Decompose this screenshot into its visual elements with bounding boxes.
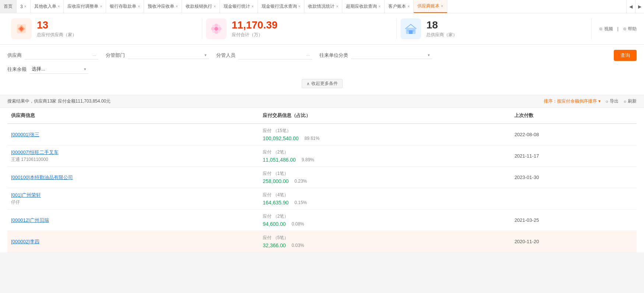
nav-tab-bank[interactable]: 银行存取款单 × [106, 0, 144, 13]
amount-value[interactable]: 11,051,486.00 [263, 157, 296, 163]
last-pay-cell: 2022-08-08 [511, 124, 637, 145]
nav-tab-overdue-close[interactable]: × [378, 4, 381, 8]
stat-total-suppliers: 18 总供应商（家） [397, 18, 592, 39]
collapse-button[interactable]: ∧ 收起更多条件 [302, 79, 343, 88]
amount-value[interactable]: 164,635.90 [263, 200, 288, 206]
tx-label: 应付 （4笔） [263, 192, 507, 198]
nav-tab-verify-close[interactable]: × [214, 4, 216, 8]
sort-chevron-icon: ▾ [598, 99, 601, 104]
table-header: 供应商信息 应付交易信息（占比） 上次付数 [7, 108, 637, 124]
collapse-icon: ∧ [307, 81, 310, 86]
nav-tab-flow-close[interactable]: × [298, 4, 301, 8]
nav-tab-overdue[interactable]: 超期应收款查询 × [342, 0, 385, 13]
refresh-icon: ○ [624, 99, 626, 104]
category-label: 往来单位分类 [319, 52, 348, 59]
nav-tab-receipt-stat-close[interactable]: × [336, 4, 338, 8]
svg-point-12 [214, 27, 218, 31]
tx-label: 应付 （5笔） [263, 235, 507, 241]
result-info-text: 搜索结果中，供应商13家 应付金额111,703,854.00元 [7, 98, 111, 104]
stat-payable-total-text: 11,170.39 应付合计（万） [232, 20, 278, 38]
stat-total-suppliers-number: 18 [426, 20, 457, 31]
person-label: 分管人员 [216, 52, 235, 59]
stat-payable-total-number: 11,170.39 [232, 20, 278, 31]
nav-tab-bank-label: 银行存取款单 [110, 3, 136, 10]
supplier-link[interactable]: [000100]本特勤油品有限公司 [11, 175, 73, 180]
nav-tab-cashbank[interactable]: 现金银行统计 × [220, 0, 258, 13]
header-separator: | [617, 26, 619, 31]
amount-value[interactable]: 100,092,540.00 [263, 135, 298, 141]
nav-tab-flow[interactable]: 现金银行流水查询 × [258, 0, 305, 13]
svg-rect-15 [407, 30, 409, 32]
supplier-link[interactable]: [000007]恒旺二手叉车 [11, 149, 59, 155]
percent-value: 0.08% [291, 221, 304, 227]
header-video-link[interactable]: ⊙ 视频 [599, 26, 613, 32]
stat-payable-suppliers: 13 总应付供应商（家） [7, 18, 202, 39]
nav-tab-flow-label: 现金银行流水查询 [262, 3, 297, 10]
table-row: [000012]广州贝瑞应付 （2笔）94,600.000.08%2021-03… [7, 210, 637, 231]
supplier-field: 供应商 ··· [7, 52, 98, 59]
nav-tab-3[interactable]: 3 × [17, 0, 31, 13]
nav-tab-supplier-ledger-close[interactable]: × [441, 4, 443, 8]
nav-tab-home[interactable]: 首页 [0, 0, 17, 13]
refresh-button[interactable]: ○ 刷新 [624, 98, 637, 104]
table-row: [000100]本特勤油品有限公司应付 （1笔）258,000.000.23%2… [7, 167, 637, 188]
nav-tab-cashbank-close[interactable]: × [252, 4, 254, 8]
tx-label: 应付 （2笔） [263, 149, 507, 155]
person-field: 分管人员 ··· [216, 52, 312, 59]
percent-value: 0.23% [294, 179, 307, 184]
nav-tab-customer-ledger-close[interactable]: × [407, 4, 410, 8]
amount-value[interactable]: 32,366.00 [263, 242, 286, 248]
supplier-link[interactable]: [001]广州荣轩 [11, 192, 41, 198]
nav-tab-other-income-label: 其他收入单 [34, 3, 56, 10]
export-button[interactable]: ○ 导出 [606, 98, 619, 104]
supplier-select[interactable]: ··· [25, 52, 98, 59]
nav-tab-other-income-close[interactable]: × [58, 4, 60, 8]
stats-bar: 13 总应付供应商（家） 11,170.39 应付合计（万） [0, 13, 644, 45]
category-select[interactable]: ▾ [351, 52, 432, 59]
balance-select[interactable]: 选择... ▾ [29, 65, 88, 74]
export-icon: ○ [606, 99, 608, 104]
supplier-link[interactable]: [000001]张三 [11, 132, 39, 137]
nav-tab-other-income[interactable]: 其他收入单 × [31, 0, 64, 13]
supplier-sub: 王通 17106110000 [11, 156, 255, 163]
nav-tab-verify-label: 收款核销执行 [186, 3, 212, 10]
nav-tab-adjust-close[interactable]: × [100, 4, 102, 8]
query-button[interactable]: 查询 [614, 50, 637, 61]
collapse-label: 收起更多条件 [311, 80, 338, 87]
data-table: 供应商信息 应付交易信息（占比） 上次付数 [000001]张三应付 （15笔）… [7, 108, 637, 252]
dept-select[interactable]: ▾ [128, 52, 209, 59]
result-sort[interactable]: 排序：按应付余额倒序排序 ▾ [544, 98, 600, 104]
nav-next-button[interactable]: ▶ [635, 0, 644, 13]
table-row: [000007]恒旺二手叉车王通 17106110000应付 （2笔）11,05… [7, 145, 637, 167]
nav-tab-advance-close[interactable]: × [176, 4, 178, 8]
supplier-info-cell: [001]广州荣轩仔仔 [7, 188, 259, 210]
supplier-dots-icon: ··· [92, 53, 96, 58]
tx-info-cell: 应付 （1笔）258,000.000.23% [259, 167, 511, 188]
tx-info-cell: 应付 （5笔）32,366.000.03% [259, 231, 511, 252]
balance-chevron-icon: ▾ [84, 67, 86, 72]
nav-tab-verify[interactable]: 收款核销执行 × [182, 0, 220, 13]
person-dots-icon: ··· [306, 53, 310, 58]
supplier-link[interactable]: [000012]广州贝瑞 [11, 217, 49, 223]
nav-tab-adjust[interactable]: 应收应付调整单 × [64, 0, 106, 13]
search-row-1: 供应商 ··· 分管部门 ▾ 分管人员 ··· 往来单位分类 ▾ [7, 50, 637, 61]
person-select[interactable]: ··· [238, 52, 312, 59]
result-bar-right: 排序：按应付余额倒序排序 ▾ ○ 导出 ○ 刷新 [544, 98, 637, 104]
result-sort-label: 排序：按应付余额倒序排序 [544, 99, 597, 104]
nav-prev-button[interactable]: ◀ [626, 0, 635, 13]
amount-value[interactable]: 258,000.00 [263, 178, 288, 184]
table-row: [000001]张三应付 （15笔）100,092,540.0089.61%20… [7, 124, 637, 145]
supplier-info-cell: [000002]李四 [7, 231, 259, 252]
nav-tab-customer-ledger[interactable]: 客户账本 × [385, 0, 414, 13]
nav-tab-3-close[interactable]: × [24, 4, 27, 8]
supplier-label: 供应商 [7, 52, 22, 59]
amount-value[interactable]: 94,600.00 [263, 221, 286, 227]
nav-tab-supplier-ledger[interactable]: 供应商账本 × [414, 0, 447, 13]
table-row: [001]广州荣轩仔仔应付 （4笔）164,635.900.15% [7, 188, 637, 210]
nav-tab-bank-close[interactable]: × [138, 4, 140, 8]
nav-tab-receipt-stat[interactable]: 收款情况统计 × [304, 0, 342, 13]
category-field: 往来单位分类 ▾ [319, 52, 432, 59]
supplier-link[interactable]: [000002]李四 [11, 239, 39, 244]
nav-tab-advance[interactable]: 预收冲应收单 × [144, 0, 182, 13]
header-help-link[interactable]: ⊙ 帮助 [623, 26, 637, 32]
